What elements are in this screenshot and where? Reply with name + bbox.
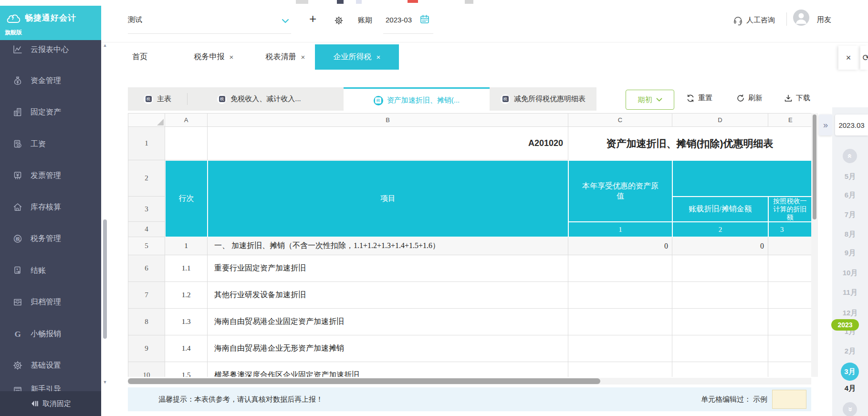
calendar-icon[interactable] xyxy=(420,14,429,24)
column-header-c[interactable]: C xyxy=(568,114,672,127)
sidebar-item-archive[interactable]: 归档管理 xyxy=(0,295,101,309)
sidebar-item-reimburse[interactable]: G 小畅报销 xyxy=(0,327,101,341)
row-header[interactable]: 3 xyxy=(128,197,165,222)
header-tax-depreciation-cell: 按照税收一 计算的折旧 额 xyxy=(768,197,811,222)
sheet-horizontal-scrollbar[interactable] xyxy=(128,378,811,385)
value-cell[interactable] xyxy=(672,309,768,335)
sidebar-item-cloud-reports[interactable]: 云报表中心 xyxy=(0,42,101,57)
unpin-sidebar-button[interactable]: 取消固定 xyxy=(0,391,101,416)
expand-panel-button[interactable]: » xyxy=(819,114,832,135)
reset-button[interactable]: 重置 xyxy=(686,94,712,103)
month-item[interactable]: 10月 xyxy=(832,269,868,278)
subtab-accelerated-depreciation[interactable]: 税 资产加速折旧、摊销(... xyxy=(344,87,490,112)
scroll-months-down-button[interactable]: « xyxy=(843,402,857,416)
month-item-current[interactable]: 4月 xyxy=(832,384,868,393)
month-item[interactable]: 5月 xyxy=(832,172,868,181)
row-header[interactable]: 6 xyxy=(128,255,165,282)
sheet-vertical-scrollbar[interactable] xyxy=(811,113,818,377)
value-cell[interactable] xyxy=(768,362,811,377)
month-item[interactable]: 6月 xyxy=(832,191,868,200)
row-header[interactable]: 10 xyxy=(128,362,165,377)
sidebar-item-inventory[interactable]: 库存核算 xyxy=(0,200,101,214)
close-all-tabs-button[interactable]: × xyxy=(838,46,858,70)
value-cell[interactable]: 0 xyxy=(568,237,672,255)
download-button[interactable]: 下载 xyxy=(784,94,810,103)
sidebar-item-tax[interactable]: 税 税务管理 xyxy=(0,231,101,246)
chevron-down-icon[interactable] xyxy=(282,19,289,23)
tab-corporate-income-tax[interactable]: 企业所得税 × xyxy=(315,44,399,70)
sidebar-scrollbar[interactable]: ▲ ▼ xyxy=(101,40,109,416)
month-item[interactable]: 9月 xyxy=(832,249,868,258)
scroll-up-icon[interactable]: ▲ xyxy=(102,43,108,48)
column-header-d[interactable]: D xyxy=(672,114,768,127)
value-cell[interactable] xyxy=(672,282,768,309)
value-cell[interactable] xyxy=(768,309,811,335)
sidebar-scrollbar-thumb[interactable] xyxy=(103,219,107,339)
user-name[interactable]: 用友 xyxy=(817,15,831,24)
tab-tax-filing[interactable]: 税务申报 × xyxy=(180,44,247,70)
horizontal-scrollbar-thumb[interactable] xyxy=(128,378,600,384)
column-header-e[interactable]: E xyxy=(768,114,811,127)
sidebar-item-fixed-assets[interactable]: 固定资产 xyxy=(0,105,101,119)
company-selector[interactable]: 测试 xyxy=(128,15,142,24)
sidebar-item-settings[interactable]: 基础设置 xyxy=(0,358,101,373)
period-value[interactable]: 2023-03 xyxy=(386,16,412,24)
value-cell[interactable]: 0 xyxy=(672,237,768,255)
value-cell[interactable] xyxy=(568,255,672,282)
sheet-cell[interactable] xyxy=(165,127,208,160)
month-item[interactable]: 8月 xyxy=(832,230,868,239)
gear-icon[interactable] xyxy=(334,16,344,25)
tab-home[interactable]: 首页 xyxy=(109,44,171,70)
select-all-triangle xyxy=(157,119,164,125)
close-icon[interactable]: × xyxy=(230,53,234,61)
tab-menu-button[interactable]: ⟳ xyxy=(860,46,868,70)
row-header[interactable]: 9 xyxy=(128,335,165,362)
month-item[interactable]: 7月 xyxy=(832,210,868,219)
period-filter-button[interactable]: 期初 xyxy=(626,90,674,110)
form-title-cell[interactable]: 资产加速折旧、摊销(扣除)优惠明细表 xyxy=(568,127,811,160)
tab-tax-register[interactable]: 税表清册 × xyxy=(252,44,319,70)
subtab-tax-free-income[interactable]: 税 免税收入、减计收入... xyxy=(188,87,331,111)
month-item[interactable]: 11月 xyxy=(832,288,868,297)
sidebar-item-invoices[interactable]: 发票管理 xyxy=(0,168,101,183)
value-cell[interactable] xyxy=(768,335,811,362)
scroll-months-up-button[interactable]: « xyxy=(843,149,857,163)
form-code-cell[interactable]: A201020 xyxy=(208,127,568,160)
line-no-cell: 1.2 xyxy=(165,282,208,309)
add-account-button[interactable]: + xyxy=(309,11,316,26)
sidebar-item-funds[interactable]: 资金管理 xyxy=(0,73,101,88)
column-header-b[interactable]: B xyxy=(208,114,568,127)
subtab-main-form[interactable]: 税 主表 xyxy=(128,87,187,111)
close-icon[interactable]: × xyxy=(376,53,381,61)
month-item[interactable]: 12月 xyxy=(832,309,868,318)
avatar[interactable] xyxy=(793,10,809,26)
subtab-tax-reduction-detail[interactable]: 税 减免所得税优惠明细表 xyxy=(490,87,596,111)
row-header[interactable]: 7 xyxy=(128,282,165,309)
close-icon[interactable]: × xyxy=(301,53,305,61)
value-cell[interactable] xyxy=(568,282,672,309)
row-header[interactable]: 1 xyxy=(128,127,165,160)
sidebar-item-payroll[interactable]: 工资 xyxy=(0,137,101,151)
value-cell[interactable] xyxy=(672,255,768,282)
value-cell[interactable] xyxy=(568,362,672,377)
value-cell[interactable] xyxy=(768,255,811,282)
value-cell[interactable] xyxy=(768,237,811,255)
sheet-corner-cell[interactable] xyxy=(128,114,165,127)
row-header[interactable]: 5 xyxy=(128,237,165,255)
vertical-scrollbar-thumb[interactable] xyxy=(813,114,816,219)
row-header[interactable]: 4 xyxy=(128,222,165,237)
sidebar-item-closing[interactable]: ¥ 结账 xyxy=(0,263,101,278)
value-cell[interactable] xyxy=(768,282,811,309)
column-header-a[interactable]: A xyxy=(165,114,208,127)
row-header[interactable]: 8 xyxy=(128,309,165,335)
value-cell[interactable] xyxy=(672,335,768,362)
value-cell[interactable] xyxy=(672,362,768,377)
scroll-down-icon[interactable]: ▼ xyxy=(102,380,108,385)
value-cell[interactable] xyxy=(568,335,672,362)
support-button[interactable]: 人工咨询 xyxy=(733,15,775,25)
refresh-button[interactable]: 刷新 xyxy=(736,94,763,103)
value-cell[interactable] xyxy=(568,309,672,335)
month-item-active[interactable]: 3月 xyxy=(841,363,859,381)
month-item[interactable]: 2月 xyxy=(832,347,868,356)
row-header[interactable]: 2 xyxy=(128,160,165,197)
